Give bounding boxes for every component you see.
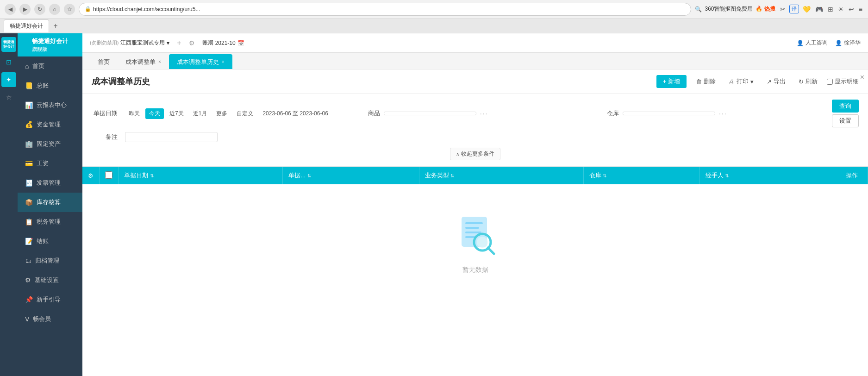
th-settings[interactable]: ⚙ (82, 167, 100, 184)
game-icon[interactable]: 🎮 (814, 5, 824, 14)
export-button[interactable]: ↗ 导出 (763, 75, 789, 88)
sidebar-label-inventory: 库存核算 (37, 198, 61, 207)
sidebar-label-guide: 新手引导 (37, 295, 61, 304)
logo-side-item-1[interactable]: ⊡ (1, 55, 16, 69)
table-settings-icon[interactable]: ⚙ (88, 172, 94, 179)
content-close-button[interactable]: × (856, 69, 868, 85)
th-checkbox[interactable] (100, 167, 119, 184)
th-handler[interactable]: 经手人 ⇅ (699, 167, 840, 184)
sidebar-item-ledger[interactable]: 📒 总账 (18, 76, 82, 95)
user-profile[interactable]: 👤 徐泽华 (835, 39, 861, 47)
sidebar-label-invoice: 发票管理 (37, 179, 61, 187)
new-tab-button[interactable]: + (50, 20, 61, 31)
page-title-row: 成本调整单历史 + 新增 🗑 删除 🖨 打印 ▾ ↗ 导出 (82, 69, 868, 94)
header-right: 👤 人工咨询 👤 徐泽华 (797, 39, 861, 47)
star-button[interactable]: ☆ (64, 4, 75, 15)
logo-side-item-3[interactable]: ☆ (1, 90, 16, 105)
service-icon: 👤 (797, 40, 804, 46)
tab-cost-adjust-history-close[interactable]: × (222, 59, 225, 64)
date-opt-today[interactable]: 今天 (145, 108, 164, 119)
th-date[interactable]: 单据日期 ⇅ (119, 167, 283, 184)
delete-button[interactable]: 🗑 删除 (692, 75, 719, 88)
company-settings-icon[interactable]: ⚙ (189, 39, 195, 47)
sidebar-label-vip: 畅会员 (33, 315, 51, 323)
sidebar-item-tax[interactable]: 📋 税务管理 (18, 212, 82, 232)
period-label: 账期 (202, 39, 213, 47)
data-table: ⚙ 单据日期 ⇅ 单据... ⇅ (82, 167, 868, 184)
sidebar-item-closing[interactable]: 📝 结账 (18, 232, 82, 251)
translate-icon[interactable]: 译 (789, 5, 799, 13)
show-columns-checkbox[interactable] (827, 79, 833, 85)
show-columns-toggle[interactable]: 显示明细 (827, 77, 859, 86)
product-more-icon[interactable]: ··· (480, 110, 488, 117)
empty-state: 暂无数据 (82, 184, 868, 302)
query-button[interactable]: 查询 (832, 100, 859, 113)
wallet-icon[interactable]: 💛 (802, 5, 812, 14)
filter-settings-button[interactable]: 设置 (832, 114, 859, 127)
sidebar-item-home[interactable]: ⌂ 首页 (18, 56, 82, 76)
grid-icon[interactable]: ⊞ (827, 5, 834, 14)
forward-button[interactable]: ▶ (19, 4, 31, 15)
th-warehouse[interactable]: 仓库 ⇅ (583, 167, 699, 184)
date-opt-custom[interactable]: 自定义 (233, 108, 257, 119)
sidebar-item-fixed-assets[interactable]: 🏢 固定资产 (18, 134, 82, 154)
warehouse-more-icon[interactable]: ··· (719, 110, 727, 117)
add-button[interactable]: + 新增 (656, 75, 687, 88)
filter-product-label: 商品 (354, 109, 380, 118)
menu-icon[interactable]: ≡ (858, 5, 863, 14)
sidebar-item-settings[interactable]: ⚙ 基础设置 (18, 270, 82, 290)
sidebar-item-vip[interactable]: V 畅会员 (18, 309, 82, 329)
svg-point-6 (477, 237, 488, 248)
sort-handler-icon: ⇅ (725, 173, 729, 178)
refresh-button[interactable]: ↻ (34, 4, 45, 15)
user-avatar-icon: 👤 (835, 40, 842, 46)
tab-cost-adjust[interactable]: 成本调整单 × (118, 54, 169, 69)
back-button[interactable]: ◀ (5, 4, 16, 15)
scissors-icon[interactable]: ✂ (779, 5, 787, 14)
sidebar-item-reports[interactable]: 📊 云报表中心 (18, 95, 82, 115)
date-opt-yesterday[interactable]: 昨天 (125, 108, 144, 119)
customer-service[interactable]: 👤 人工咨询 (797, 39, 828, 47)
toolbar: + 新增 🗑 删除 🖨 打印 ▾ ↗ 导出 ↻ (656, 75, 859, 88)
th-business-type[interactable]: 业务类型 ⇅ (419, 167, 583, 184)
sidebar-item-invoice[interactable]: 🧾 发票管理 (18, 173, 82, 193)
print-button[interactable]: 🖨 打印 ▾ (725, 75, 757, 88)
th-actions: 操作 (840, 167, 868, 184)
sidebar-item-salary[interactable]: 💳 工资 (18, 154, 82, 173)
th-number[interactable]: 单据... ⇅ (283, 167, 419, 184)
select-all-checkbox[interactable] (105, 171, 112, 179)
home-button[interactable]: ⌂ (49, 4, 60, 15)
guide-icon: 📌 (25, 296, 33, 303)
sun-icon[interactable]: ☀ (837, 5, 845, 14)
address-bar[interactable]: 🔒 https://cloud.chanjet.com/accounting/u… (79, 3, 691, 16)
filter-warehouse-area: 仓库 ··· (593, 109, 824, 118)
logo-side-item-2[interactable]: ✦ (1, 72, 16, 87)
add-company-icon[interactable]: + (177, 39, 181, 47)
print-label: 打印 (737, 77, 749, 86)
svg-line-7 (488, 248, 494, 254)
undo-icon[interactable]: ↩ (848, 5, 855, 14)
export-label: 导出 (774, 77, 786, 86)
tab-home[interactable]: 首页 (90, 54, 118, 69)
tab-cost-adjust-close[interactable]: × (158, 59, 161, 64)
collapse-filters-button[interactable]: ∧ 收起更多条件 (450, 148, 500, 160)
archive-icon: 🗂 (25, 257, 31, 264)
refresh-button[interactable]: ↻ 刷新 (795, 75, 821, 88)
tab-cost-adjust-history[interactable]: 成本调整单历史 × (169, 54, 232, 69)
sidebar-item-archive[interactable]: 🗂 归档管理 (18, 251, 82, 270)
svg-rect-3 (465, 232, 481, 233)
calendar-icon[interactable]: 📅 (237, 40, 244, 46)
date-opt-7days[interactable]: 近7天 (166, 108, 187, 119)
date-opt-1month[interactable]: 近1月 (189, 108, 211, 119)
sidebar-item-finance[interactable]: 💰 资金管理 (18, 115, 82, 134)
sidebar-item-guide[interactable]: 📌 新手引导 (18, 290, 82, 309)
show-columns-label: 显示明细 (835, 77, 859, 86)
browser-tab-app[interactable]: 畅捷通好会计 (4, 19, 49, 32)
sidebar-item-inventory[interactable]: 📦 库存核算 (18, 193, 82, 212)
delete-icon: 🗑 (696, 78, 702, 85)
product-selector[interactable] (384, 112, 476, 115)
warehouse-selector[interactable] (623, 112, 715, 115)
date-opt-more[interactable]: 更多 (212, 108, 231, 119)
remark-input[interactable] (125, 132, 218, 142)
company-selector[interactable]: (勿删勿禁用) 江西服宝测试专用 ▾ (90, 39, 169, 47)
